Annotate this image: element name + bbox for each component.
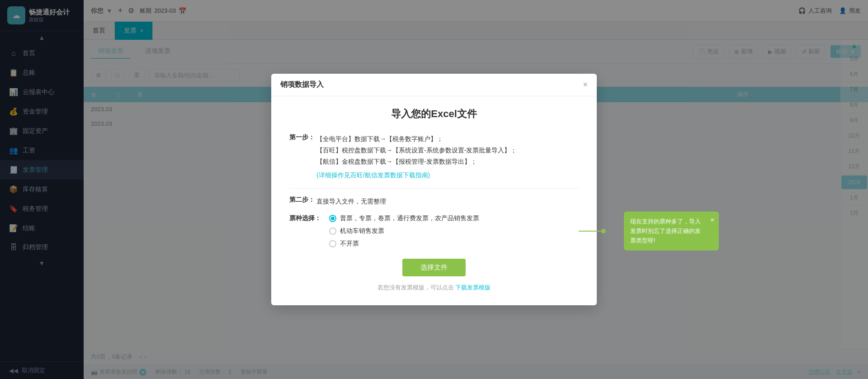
- ticket-label: 票种选择：: [289, 214, 321, 223]
- step1-line2: 【百旺】税控盘数据下载→【系统设置-系统参数设置-发票批量导入】；: [316, 145, 579, 156]
- modal-body: 导入您的Excel文件 第一步： 【全电平台】数据下载→【税务数字账户】； 【百…: [271, 96, 597, 305]
- radio-item-2-wrapper: 机动车销售发票 现在支持的票种多了，导入发票时别: [329, 227, 579, 235]
- step1-line3: 【航信】金税盘数据下载→【报税管理-发票数据导出】；: [316, 156, 579, 167]
- tooltip-bubble: 现在支持的票种多了，导入发票时别忘了选择正确的发票类型呀! ×: [624, 212, 719, 251]
- radio-1-dot: [331, 217, 335, 220]
- content-area: 销项发票 进项发票 📄 凭证 ⊕ 新增 ▶ 视频: [84, 40, 868, 348]
- radio-1-circle: [329, 215, 336, 222]
- radio-2-label: 机动车销售发票: [340, 227, 384, 235]
- tooltip-line: [579, 231, 601, 232]
- tooltip-text: 现在支持的票种多了，导入发票时别忘了选择正确的发票类型呀!: [630, 218, 701, 244]
- modal-main-title: 导入您的Excel文件: [289, 107, 579, 121]
- modal-header: 销项数据导入 ×: [271, 74, 597, 96]
- step1: 第一步： 【全电平台】数据下载→【税务数字账户】； 【百旺】税控盘数据下载→【系…: [289, 133, 579, 181]
- radio-item-2[interactable]: 机动车销售发票: [329, 227, 384, 235]
- import-modal: 销项数据导入 × 导入您的Excel文件 第一步： 【全电平台】数据下载→【税务…: [271, 74, 597, 305]
- radio-1-label: 普票，专票，卷票，通行费发票，农产品销售发票: [340, 214, 479, 223]
- footer-text: 若您没有发票模版，可以点击: [377, 284, 454, 291]
- radio-item-1[interactable]: 普票，专票，卷票，通行费发票，农产品销售发票: [329, 214, 579, 223]
- select-file-button[interactable]: 选择文件: [402, 259, 466, 276]
- modal-close-button[interactable]: ×: [583, 80, 588, 90]
- main-area: 你您 ▼ + ⚙ 账期 2023-03 📅 🎧 人工咨询 👤 用友: [84, 0, 868, 379]
- tooltip-close-button[interactable]: ×: [710, 214, 714, 225]
- step1-label: 第一步：: [289, 133, 316, 181]
- download-template-link[interactable]: 下载发票模版: [455, 284, 491, 291]
- modal-footer: 若您没有发票模版，可以点击 下载发票模版: [289, 284, 579, 292]
- radio-item-3[interactable]: 不开票: [329, 240, 579, 248]
- modal-btn-row: 选择文件: [289, 259, 579, 276]
- radio-3-label: 不开票: [340, 240, 359, 248]
- step1-content: 【全电平台】数据下载→【税务数字账户】； 【百旺】税控盘数据下载→【系统设置-系…: [316, 133, 579, 181]
- tooltip-dot: [601, 229, 606, 233]
- step-divider: [289, 188, 579, 189]
- step2: 第二步： 直接导入文件，无需整理: [289, 196, 579, 207]
- modal-overlay: 销项数据导入 × 导入您的Excel文件 第一步： 【全电平台】数据下载→【税务…: [84, 40, 868, 348]
- radio-3-circle: [329, 240, 336, 247]
- ticket-select: 票种选择： 普票，专票，卷票，通行费发票，农产品销售发票: [289, 214, 579, 248]
- step1-link[interactable]: (详细操作见百旺/航信发票数据下载指南): [316, 171, 430, 179]
- modal-title: 销项数据导入: [280, 80, 324, 90]
- step2-content: 直接导入文件，无需整理: [316, 196, 579, 207]
- radio-group: 普票，专票，卷票，通行费发票，农产品销售发票 机动车销售发票: [325, 214, 579, 248]
- step1-line1: 【全电平台】数据下载→【税务数字账户】；: [316, 133, 579, 145]
- tooltip-connector: [579, 229, 606, 233]
- radio-2-circle: [329, 227, 336, 235]
- step2-label: 第二步：: [289, 196, 316, 207]
